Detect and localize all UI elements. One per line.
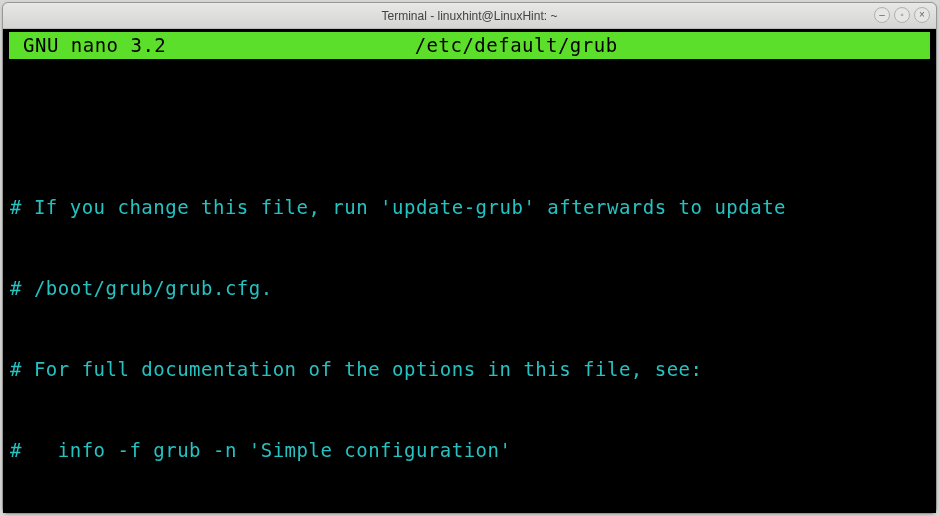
editor-content[interactable]: # If you change this file, run 'update-g… — [6, 59, 933, 513]
nano-filename: /etc/default/grub — [166, 32, 866, 59]
maximize-button[interactable]: ◦ — [894, 7, 910, 23]
comment-line: # /boot/grub/grub.cfg. — [10, 275, 929, 302]
close-button[interactable]: × — [914, 7, 930, 23]
window-controls: – ◦ × — [874, 7, 930, 23]
nano-header-right — [866, 32, 926, 59]
terminal-window: Terminal - linuxhint@LinuxHint: ~ – ◦ × … — [2, 2, 937, 514]
minimize-button[interactable]: – — [874, 7, 890, 23]
blank-line — [10, 113, 929, 140]
comment-line: # If you change this file, run 'update-g… — [10, 194, 929, 221]
nano-header: GNU nano 3.2 /etc/default/grub — [9, 32, 930, 59]
nano-app-title: GNU nano 3.2 — [13, 32, 166, 59]
window-titlebar: Terminal - linuxhint@LinuxHint: ~ – ◦ × — [3, 3, 936, 29]
comment-line: # info -f grub -n 'Simple configuration' — [10, 437, 929, 464]
terminal-viewport[interactable]: GNU nano 3.2 /etc/default/grub # If you … — [3, 29, 936, 513]
comment-line: # For full documentation of the options … — [10, 356, 929, 383]
window-title: Terminal - linuxhint@LinuxHint: ~ — [382, 9, 558, 23]
